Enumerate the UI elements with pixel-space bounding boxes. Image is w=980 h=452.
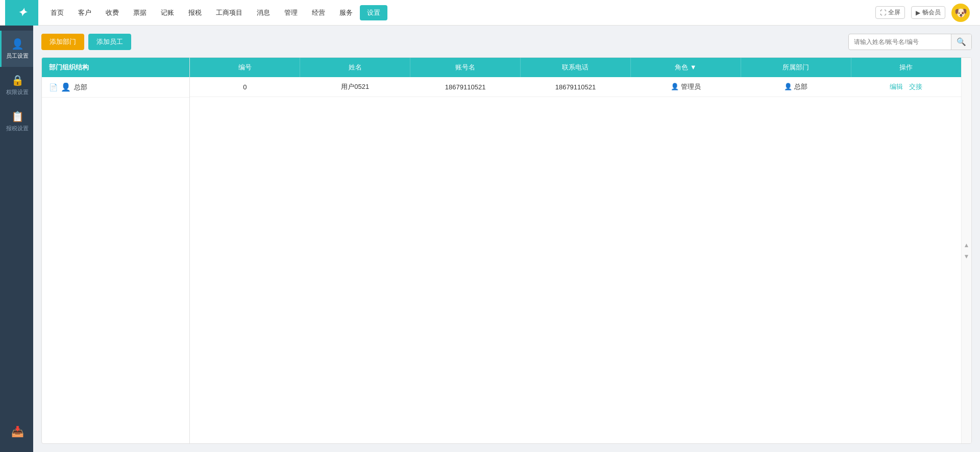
cell-dept: 👤总部 bbox=[741, 77, 851, 97]
tree-panel: 部门组织结构 📄 👤 总部 bbox=[42, 58, 190, 443]
nav-item-记账[interactable]: 记账 bbox=[154, 5, 181, 20]
nav-item-报税[interactable]: 报税 bbox=[181, 5, 209, 20]
search-box: 🔍 bbox=[848, 34, 972, 50]
nav-item-消息[interactable]: 消息 bbox=[250, 5, 277, 20]
employee-table: 编号姓名账号名联系电话角色 ▼所属部门操作 0用户052118679110521… bbox=[190, 58, 961, 97]
col-header-联系电话: 联系电话 bbox=[521, 58, 631, 77]
download-icon: 📥 bbox=[11, 425, 24, 438]
sidebar-label: 员工设置 bbox=[6, 52, 29, 60]
sidebar-icon: 📋 bbox=[11, 110, 24, 123]
user-avatar[interactable]: 🐶 bbox=[951, 4, 970, 22]
col-header-角色 ▼[interactable]: 角色 ▼ bbox=[630, 58, 741, 77]
nav-item-首页[interactable]: 首页 bbox=[43, 5, 71, 20]
sidebar-label: 权限设置 bbox=[6, 88, 29, 96]
nav-item-客户[interactable]: 客户 bbox=[71, 5, 99, 20]
toolbar: 添加部门 添加员工 🔍 bbox=[41, 34, 972, 50]
tree-item-label: 总部 bbox=[74, 83, 87, 92]
action-交接[interactable]: 交接 bbox=[909, 83, 922, 90]
vip-label: 畅会员 bbox=[922, 8, 941, 17]
nav-item-收费[interactable]: 收费 bbox=[99, 5, 126, 20]
scroll-down-button[interactable]: ▼ bbox=[962, 251, 972, 262]
cell-actions: 编辑 交接 bbox=[851, 77, 961, 97]
nav-item-经营[interactable]: 经营 bbox=[305, 5, 332, 20]
sidebar: 👤员工设置🔒权限设置📋报税设置📥 bbox=[0, 26, 33, 452]
sidebar-icon: 👤 bbox=[11, 38, 24, 50]
vip-button[interactable]: ▶ 畅会员 bbox=[911, 6, 945, 19]
action-编辑[interactable]: 编辑 bbox=[890, 83, 903, 90]
nav-item-设置[interactable]: 设置 bbox=[360, 5, 387, 20]
cell-phone: 18679110521 bbox=[521, 77, 631, 97]
cell-name: 用户0521 bbox=[300, 77, 410, 97]
nav-items: 首页客户收费票据记账报税工商项目消息管理经营服务设置 bbox=[38, 5, 875, 20]
file-icon: 📄 bbox=[49, 83, 58, 91]
col-header-操作: 操作 bbox=[851, 58, 961, 77]
table-header: 编号姓名账号名联系电话角色 ▼所属部门操作 bbox=[190, 58, 961, 77]
top-navigation: ✦ 首页客户收费票据记账报税工商项目消息管理经营服务设置 ⛶ 全屏 ▶ 畅会员 … bbox=[0, 0, 980, 26]
add-dept-button[interactable]: 添加部门 bbox=[41, 34, 84, 50]
cell-id: 0 bbox=[190, 77, 300, 97]
cell-role: 👤管理员 bbox=[630, 77, 741, 97]
table-body: 0用户05211867911052118679110521👤管理员👤总部编辑 交… bbox=[190, 77, 961, 97]
nav-item-票据[interactable]: 票据 bbox=[126, 5, 154, 20]
sidebar-item-员工设置[interactable]: 👤员工设置 bbox=[0, 31, 33, 67]
col-header-编号: 编号 bbox=[190, 58, 300, 77]
search-button[interactable]: 🔍 bbox=[951, 34, 971, 50]
sidebar-bottom: 📥 bbox=[0, 418, 33, 452]
search-input[interactable] bbox=[849, 35, 951, 49]
sidebar-download[interactable]: 📥 bbox=[0, 418, 33, 447]
data-table: 编号姓名账号名联系电话角色 ▼所属部门操作 0用户052118679110521… bbox=[190, 58, 961, 443]
cell-account: 18679110521 bbox=[410, 77, 521, 97]
col-header-姓名: 姓名 bbox=[300, 58, 410, 77]
role-icon: 👤 bbox=[671, 83, 679, 90]
scroll-buttons: ▲ ▼ bbox=[961, 58, 971, 443]
sidebar-label: 报税设置 bbox=[6, 125, 29, 132]
dept-label: 总部 bbox=[794, 83, 807, 90]
vip-icon: ▶ bbox=[916, 9, 920, 16]
main-layout: 👤员工设置🔒权限设置📋报税设置📥 添加部门 添加员工 🔍 部门组织结构 📄 👤 … bbox=[0, 26, 980, 452]
tree-header: 部门组织结构 bbox=[42, 58, 189, 77]
col-header-账号名: 账号名 bbox=[410, 58, 521, 77]
nav-item-管理[interactable]: 管理 bbox=[277, 5, 305, 20]
scroll-up-button[interactable]: ▲ bbox=[962, 240, 972, 251]
sidebar-item-权限设置[interactable]: 🔒权限设置 bbox=[0, 67, 33, 103]
person-icon: 👤 bbox=[61, 82, 71, 92]
logo-icon: ✦ bbox=[17, 6, 27, 19]
tree-item-general[interactable]: 📄 👤 总部 bbox=[42, 77, 189, 98]
table-layout: 部门组织结构 📄 👤 总部 编号姓名账号名联系电话角色 ▼所属部门操作 0用户0… bbox=[41, 57, 972, 444]
action-separator bbox=[905, 83, 907, 90]
nav-item-工商项目[interactable]: 工商项目 bbox=[209, 5, 250, 20]
fullscreen-icon: ⛶ bbox=[880, 9, 886, 16]
role-label: 管理员 bbox=[681, 83, 701, 90]
nav-item-服务[interactable]: 服务 bbox=[332, 5, 360, 20]
sidebar-icon: 🔒 bbox=[11, 74, 24, 86]
nav-right: ⛶ 全屏 ▶ 畅会员 🐶 bbox=[875, 4, 975, 22]
add-emp-button[interactable]: 添加员工 bbox=[88, 34, 131, 50]
table-row: 0用户05211867911052118679110521👤管理员👤总部编辑 交… bbox=[190, 77, 961, 97]
content-area: 添加部门 添加员工 🔍 部门组织结构 📄 👤 总部 编号姓名账号 bbox=[33, 26, 980, 452]
dept-icon: 👤 bbox=[784, 83, 792, 90]
col-header-所属部门: 所属部门 bbox=[741, 58, 851, 77]
sidebar-item-报税设置[interactable]: 📋报税设置 bbox=[0, 103, 33, 139]
logo: ✦ bbox=[5, 0, 38, 26]
fullscreen-label: 全屏 bbox=[888, 8, 900, 17]
fullscreen-button[interactable]: ⛶ 全屏 bbox=[875, 6, 905, 19]
